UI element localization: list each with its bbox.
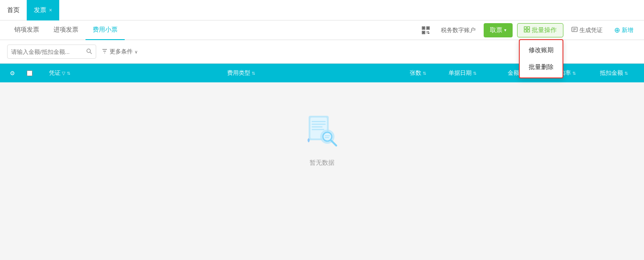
th-checkbox[interactable] xyxy=(21,70,37,76)
th-deduct-sort-icon: ⇅ xyxy=(624,71,628,76)
empty-state-text: 暂无数据 xyxy=(310,159,334,167)
svg-rect-12 xyxy=(524,30,526,32)
th-voucher-sort-icon: ⇅ xyxy=(67,71,70,76)
filter-icon xyxy=(102,48,108,56)
more-conditions-button[interactable]: 更多条件 ∨ xyxy=(102,48,138,56)
add-icon: ⊕ xyxy=(614,26,620,34)
th-date-label: 单据日期 xyxy=(448,69,472,77)
search-icon[interactable] xyxy=(86,48,92,56)
batch-operations-container: 批量操作 修改账期 批量删除 xyxy=(517,23,563,37)
svg-rect-13 xyxy=(527,30,530,32)
take-ticket-dropdown-icon: ▾ xyxy=(504,28,506,32)
take-ticket-label: 取票 xyxy=(490,26,502,34)
th-expense-type[interactable]: 费用类型 ⇅ xyxy=(82,69,400,77)
svg-rect-7 xyxy=(428,31,429,32)
generate-voucher-button[interactable]: 生成凭证 xyxy=(568,26,606,34)
dropdown-item-modify-period[interactable]: 修改账期 xyxy=(520,42,562,59)
empty-state-icon xyxy=(300,109,344,154)
th-deduct-amount-label: 抵扣金额 xyxy=(600,69,623,77)
th-expense-type-label: 费用类型 xyxy=(227,69,250,77)
th-deduct-amount[interactable]: 抵扣金额 ⇅ xyxy=(587,69,640,77)
svg-line-19 xyxy=(90,52,92,54)
tab-expense[interactable]: 费用小票 xyxy=(86,20,125,40)
batch-icon xyxy=(524,26,530,34)
batch-operations-label: 批量操作 xyxy=(532,26,557,34)
batch-dropdown-menu: 修改账期 批量删除 xyxy=(519,39,563,78)
tab-purchase[interactable]: 进项发票 xyxy=(46,20,86,40)
search-input[interactable] xyxy=(11,49,86,55)
svg-point-18 xyxy=(87,49,90,53)
qr-icon xyxy=(421,26,430,35)
svg-rect-10 xyxy=(524,27,526,29)
nav-tab-invoice[interactable]: 发票 × xyxy=(27,0,59,20)
tab-sales[interactable]: 销项发票 xyxy=(7,20,46,40)
th-rate-sort-icon: ⇅ xyxy=(572,71,576,76)
th-expense-sort-icon: ⇅ xyxy=(252,71,255,76)
qr-button[interactable] xyxy=(419,23,433,37)
th-voucher-filter-icon: ▽ xyxy=(62,71,65,76)
th-gear[interactable]: ⚙ xyxy=(4,70,21,77)
th-amount-label: 金额 xyxy=(508,69,519,77)
th-date-sort-icon: ⇅ xyxy=(473,71,477,76)
svg-rect-6 xyxy=(427,31,428,32)
toolbar: 税务数字账户 取票 ▾ 批量操作 修改账期 xyxy=(419,23,637,37)
th-voucher-label: 凭证 xyxy=(49,69,61,77)
top-nav: 首页 发票 × xyxy=(0,0,644,20)
svg-rect-3 xyxy=(427,27,429,29)
select-all-checkbox[interactable] xyxy=(27,70,33,76)
chevron-down-icon: ∨ xyxy=(135,49,138,54)
th-date[interactable]: 单据日期 ⇅ xyxy=(436,69,489,77)
nav-tab-invoice-label: 发票 xyxy=(34,6,46,14)
batch-operations-button[interactable]: 批量操作 xyxy=(517,23,563,37)
svg-rect-5 xyxy=(423,32,424,33)
svg-rect-8 xyxy=(427,32,428,33)
search-input-wrap xyxy=(7,45,96,59)
svg-rect-1 xyxy=(423,27,424,29)
gear-icon[interactable]: ⚙ xyxy=(10,70,15,77)
nav-tab-invoice-close[interactable]: × xyxy=(49,7,52,13)
empty-state: 暂无数据 xyxy=(0,82,644,185)
voucher-icon xyxy=(571,26,578,34)
tax-digital-account-button[interactable]: 税务数字账户 xyxy=(437,26,479,34)
sub-tabs-bar: 销项发票 进项发票 费用小票 税务数字账户 取票 xyxy=(0,20,644,40)
svg-rect-9 xyxy=(428,32,429,34)
th-count-sort-icon: ⇅ xyxy=(423,71,426,76)
th-count-label: 张数 xyxy=(410,69,421,77)
th-voucher[interactable]: 凭证 ▽ ⇅ xyxy=(37,69,82,77)
svg-rect-11 xyxy=(527,27,530,29)
more-conditions-label: 更多条件 xyxy=(110,48,133,56)
th-count[interactable]: 张数 ⇅ xyxy=(400,69,436,77)
dropdown-item-batch-delete[interactable]: 批量删除 xyxy=(520,59,562,76)
nav-home[interactable]: 首页 xyxy=(0,6,27,14)
add-new-button[interactable]: ⊕ 新增 xyxy=(611,26,637,34)
svg-line-32 xyxy=(331,141,336,146)
add-label: 新增 xyxy=(622,26,633,34)
take-ticket-button[interactable]: 取票 ▾ xyxy=(484,23,513,37)
generate-voucher-label: 生成凭证 xyxy=(579,26,603,34)
